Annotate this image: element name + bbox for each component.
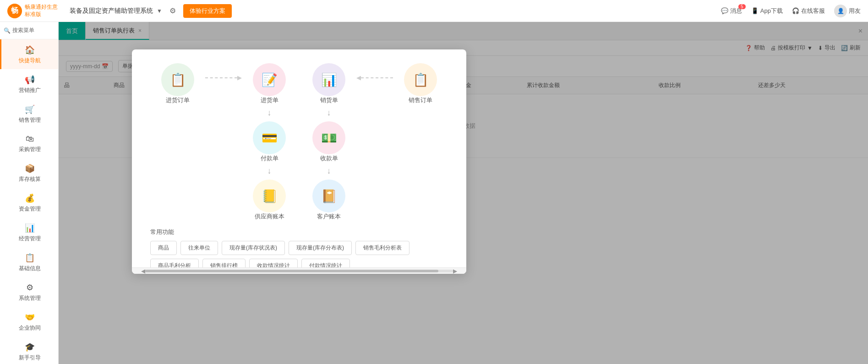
- sidebar-item-inventory[interactable]: 📦 库存核算: [0, 158, 58, 188]
- sidebar-item-label: 资金管理: [19, 205, 41, 213]
- user-item[interactable]: 👤 用友: [834, 5, 861, 17]
- sidebar-item-system[interactable]: ⚙ 系统管理: [0, 277, 58, 307]
- message-icon: 💬: [721, 7, 728, 14]
- common-funcs: 常用功能 商品 往来单位 现存量(库存状况表) 现存量(库存分布表) 销售毛利分…: [150, 228, 448, 273]
- sidebar-item-quick-nav[interactable]: 🏠 快捷导航: [0, 39, 58, 69]
- scrollbar-left-arrow[interactable]: ◀: [141, 268, 145, 274]
- sale-order-label: 销售订单: [409, 96, 432, 104]
- search-icon: 🔍: [4, 27, 11, 34]
- purchase-bill-circle: 📝: [253, 63, 286, 96]
- sidebar-item-label: 快捷导航: [19, 57, 41, 65]
- try-industry-button[interactable]: 体验行业方案: [183, 4, 232, 18]
- modal-overlay[interactable]: 📋 进货订单 ▶ 📝 进货单: [59, 22, 868, 364]
- top-header: 畅 畅康通好生意 标准版 装备及固定资产辅助管理系统 ▼ ⚙ 体验行业方案 💬 …: [0, 0, 868, 22]
- arrow-sale-order-to-bill: ◀: [356, 74, 393, 81]
- main-body: 🔍 搜索菜单 🏠 快捷导航 📢 营销推广 🛒 销售管理 🛍 采购管理 📦: [0, 22, 868, 364]
- arrow-purchase-to-bill: ▶: [205, 74, 242, 81]
- sidebar-item-label: 经营管理: [19, 235, 41, 243]
- payment-circle: 💳: [253, 121, 286, 154]
- flow-row-arrows-2: ↓ ↓: [150, 166, 448, 176]
- flow-node-sale-bill[interactable]: 📊 销货单: [301, 63, 356, 104]
- quick-nav-icon: 🏠: [25, 45, 35, 55]
- func-btn-counterparty[interactable]: 往来单位: [180, 241, 218, 255]
- flow-node-purchase-bill[interactable]: 📝 进货单: [242, 63, 297, 104]
- sidebar-item-guide[interactable]: 🎓 新手引导: [0, 337, 58, 364]
- system-icon: ⚙: [26, 283, 33, 293]
- phone-icon: 📱: [751, 7, 759, 14]
- marketing-icon: 📢: [25, 75, 35, 85]
- logo-icon: 畅: [7, 4, 22, 18]
- flow-node-customer-ledger[interactable]: 📔 客户账本: [301, 179, 356, 221]
- flow-row-3: 📒 供应商账本 📔 客户账本: [150, 179, 448, 221]
- logo-area: 畅 畅康通好生意 标准版: [7, 4, 62, 18]
- flow-node-receipt[interactable]: 💵 收款单: [301, 121, 356, 163]
- sidebar-item-basic[interactable]: 📋 基础信息: [0, 247, 58, 277]
- sidebar-item-purchase[interactable]: 🛍 采购管理: [0, 129, 58, 158]
- basic-icon: 📋: [25, 253, 35, 263]
- sidebar-item-corp[interactable]: 🤝 企业协同: [0, 307, 58, 337]
- func-btn-product[interactable]: 商品: [150, 241, 177, 255]
- sidebar-item-marketing[interactable]: 📢 营销推广: [0, 69, 58, 99]
- flow-row-arrows: ↓ ↓: [150, 108, 448, 118]
- func-btn-stock-status[interactable]: 现存量(库存状况表): [222, 241, 285, 255]
- modal-scrollbar[interactable]: ◀ ▶: [132, 267, 466, 274]
- settings-icon[interactable]: ⚙: [169, 6, 176, 15]
- func-btn-stock-dist[interactable]: 现存量(库存分布表): [289, 241, 352, 255]
- sidebar-item-label: 库存核算: [19, 175, 41, 183]
- inventory-icon: 📦: [25, 163, 35, 174]
- app-download-item[interactable]: 📱 App下载: [751, 7, 783, 15]
- sidebar: 🔍 搜索菜单 🏠 快捷导航 📢 营销推广 🛒 销售管理 🛍 采购管理 📦: [0, 22, 59, 364]
- flow-row-2: 💳 付款单 💵 收款单: [150, 121, 448, 163]
- flow-node-purchase-order[interactable]: 📋 进货订单: [150, 63, 205, 104]
- sale-bill-label: 销货单: [320, 96, 338, 104]
- app-download-label: App下载: [760, 7, 783, 15]
- arrow-down-supplier: ↓: [242, 166, 297, 176]
- flow-node-payment[interactable]: 💳 付款单: [242, 121, 297, 163]
- sale-order-circle: 📋: [404, 63, 437, 96]
- customer-ledger-label: 客户账本: [317, 212, 341, 221]
- func-btn-sales-margin[interactable]: 销售毛利分析表: [355, 241, 409, 255]
- sale-bill-circle: 📊: [312, 63, 345, 96]
- finance-icon: 💰: [25, 193, 35, 203]
- flow-node-sale-order[interactable]: 📋 销售订单: [393, 63, 448, 104]
- supplier-ledger-label: 供应商账本: [255, 212, 284, 221]
- online-service-item[interactable]: 🎧 在线客服: [792, 7, 825, 15]
- sidebar-search-label: 搜索菜单: [12, 27, 34, 34]
- sidebar-item-label: 企业协同: [19, 324, 41, 332]
- common-funcs-title: 常用功能: [150, 228, 448, 236]
- content-area: 首页 销售订单执行表 × × ❓ 帮助 🖨 按模板打印 ▼: [59, 22, 868, 364]
- purchase-bill-label: 进货单: [261, 96, 278, 104]
- sidebar-item-operation[interactable]: 📊 经营管理: [0, 217, 58, 247]
- service-icon: 🎧: [792, 7, 799, 14]
- sidebar-item-sales[interactable]: 🛒 销售管理: [0, 99, 58, 129]
- arrow-down-customer: ↓: [301, 166, 356, 176]
- operation-icon: 📊: [25, 223, 35, 233]
- payment-label: 付款单: [261, 154, 278, 163]
- modal-box: 📋 进货订单 ▶ 📝 进货单: [132, 49, 466, 274]
- customer-ledger-circle: 📔: [312, 179, 345, 212]
- sidebar-item-label: 营销推广: [19, 87, 41, 94]
- purchase-order-label: 进货订单: [166, 96, 190, 104]
- message-item[interactable]: 💬 消息 5: [721, 7, 742, 15]
- sidebar-item-label: 基础信息: [19, 265, 41, 272]
- sidebar-item-label: 系统管理: [19, 294, 41, 302]
- scrollbar-right-arrow[interactable]: ▶: [453, 268, 457, 274]
- sidebar-search[interactable]: 🔍 搜索菜单: [0, 22, 58, 39]
- arrow-down-payment: ↓: [242, 108, 297, 118]
- sidebar-item-finance[interactable]: 💰 资金管理: [0, 188, 58, 217]
- guide-icon: 🎓: [25, 342, 35, 352]
- dropdown-icon[interactable]: ▼: [157, 8, 162, 14]
- sidebar-item-label: 销售管理: [19, 116, 41, 124]
- receipt-label: 收款单: [320, 154, 338, 163]
- flow-row-1: 📋 进货订单 ▶ 📝 进货单: [150, 63, 448, 104]
- system-title-text: 装备及固定资产辅助管理系统: [70, 7, 153, 15]
- arrow-down-receipt: ↓: [301, 108, 356, 118]
- message-badge: 5: [738, 4, 746, 9]
- purchase-icon: 🛍: [26, 134, 34, 144]
- header-right: 💬 消息 5 📱 App下载 🎧 在线客服 👤 用友: [721, 5, 861, 17]
- sidebar-item-label: 采购管理: [19, 146, 41, 153]
- corp-icon: 🤝: [25, 312, 35, 322]
- receipt-circle: 💵: [312, 121, 345, 154]
- logo-text: 畅康通好生意 标准版: [25, 4, 58, 18]
- flow-node-supplier-ledger[interactable]: 📒 供应商账本: [242, 179, 297, 221]
